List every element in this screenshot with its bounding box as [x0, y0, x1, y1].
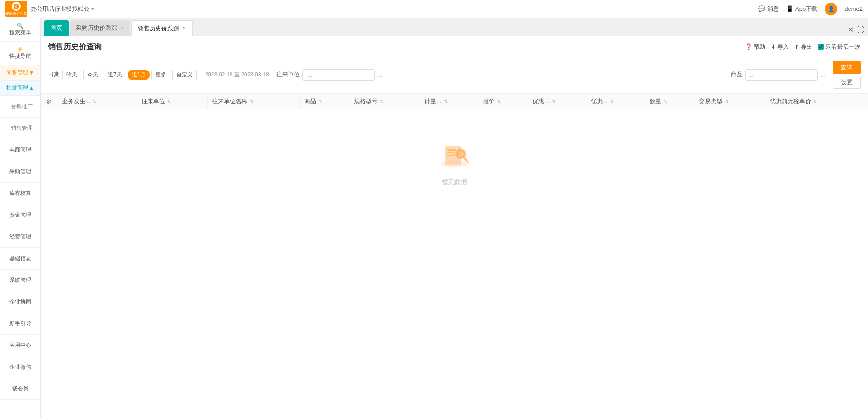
page-header: 销售历史价查询 ❓ 帮助 ⬇ 导入 ⬆ 导出 — [41, 36, 868, 56]
only-last-checkbox[interactable] — [818, 44, 824, 50]
page-content: 销售历史价查询 ❓ 帮助 ⬇ 导入 ⬆ 导出 — [41, 36, 868, 418]
user-avatar[interactable]: 👤 — [825, 3, 837, 15]
operations-label: 经营管理 — [9, 233, 31, 241]
date-btn-more[interactable]: 更多 — [151, 70, 170, 80]
col-biz-date[interactable]: 业务发生... ⇅ — [57, 94, 137, 109]
sidebar-item-collab[interactable]: 企业协同 — [0, 291, 40, 313]
wechat-label: 企业微信 — [9, 363, 31, 371]
col-goods[interactable]: 商品 ⇅ — [300, 94, 349, 109]
settings-button[interactable]: 设置 — [833, 76, 861, 89]
data-table: ⚙ 业务发生... ⇅ 往来单位 ⇅ 往来单位名称 ⇅ 商品 ⇅ 规格型号 ⇅ … — [41, 94, 868, 109]
help-action[interactable]: ❓ 帮助 — [745, 43, 765, 51]
date-btn-custom[interactable]: 自定义 — [172, 70, 197, 80]
sidebar-item-system[interactable]: 系统管理 — [0, 270, 40, 291]
sales-label: 销售管理 — [11, 124, 33, 132]
col-partner-name[interactable]: 往来单位名称 ⇅ — [208, 94, 300, 109]
export-action[interactable]: ⬆ 导出 — [794, 43, 812, 51]
sidebar-item-basicinfo[interactable]: 基础信息 — [0, 248, 40, 270]
sidebar-item-wechat[interactable]: 企业微信 — [0, 356, 40, 378]
source-unit-input[interactable] — [302, 69, 375, 81]
content-area: 首页 采购历史价跟踪 × 销售历史价跟踪 × ✕ ⛶ 销售历史价查询 — [41, 18, 868, 418]
sidebar-item-finance[interactable]: 资金管理 — [0, 204, 40, 226]
purchase-tab-close[interactable]: × — [121, 25, 124, 31]
export-label: 导出 — [801, 43, 812, 51]
filter-input-group: 往来单位 ... 商品 ... — [276, 69, 826, 81]
svg-text:6: 6 — [15, 5, 18, 9]
tab-sales-price[interactable]: 销售历史价跟踪 × — [131, 20, 193, 36]
search-button[interactable]: 查询 — [833, 61, 861, 74]
sidebar-item-inventory[interactable]: 库存核算 — [0, 183, 40, 204]
tab-home[interactable]: 首页 — [44, 20, 69, 36]
svg-rect-4 — [447, 149, 456, 151]
user-name[interactable]: demo2 — [844, 5, 863, 12]
retail-arrow: ▼ — [29, 70, 34, 76]
table-header-row: ⚙ 业务发生... ⇅ 往来单位 ⇅ 往来单位名称 ⇅ 商品 ⇅ 规格型号 ⇅ … — [41, 94, 868, 109]
message-label: 消息 — [767, 5, 779, 13]
col-spec[interactable]: 规格型号 ⇅ — [349, 94, 420, 109]
sidebar-item-search[interactable]: 🔍 搜索菜单 — [0, 18, 40, 42]
sales-tab-label: 销售历史价跟踪 — [138, 24, 179, 33]
sidebar: 🔍 搜索菜单 ⚡ 快捷导航 零售管理 ▼ 批发管理 ▲ 营销推广 销售管理 电商… — [0, 18, 41, 418]
col-partner[interactable]: 往来单位 ⇅ — [137, 94, 208, 109]
app-download-action[interactable]: 📱 App下载 — [786, 5, 817, 13]
sidebar-search-label: 搜索菜单 — [9, 29, 31, 37]
wholesale-label: 批发管理 — [6, 84, 28, 92]
sidebar-item-appcenter[interactable]: 应用中心 — [0, 335, 40, 356]
account-name: 办公用品行业模拟账套 — [31, 5, 90, 13]
date-buttons: 昨天 今天 近7天 近1月 更多 自定义 — [62, 70, 197, 80]
sidebar-item-sales[interactable]: 销售管理 — [0, 118, 40, 139]
sidebar-item-operations[interactable]: 经营管理 — [0, 226, 40, 248]
account-selector[interactable]: 办公用品行业模拟账套 ▾ — [31, 5, 94, 13]
date-btn-7days[interactable]: 近7天 — [104, 70, 126, 80]
page-header-actions: ❓ 帮助 ⬇ 导入 ⬆ 导出 只看最后一次 — [745, 43, 861, 51]
import-action[interactable]: ⬇ 导入 — [771, 43, 789, 51]
export-icon: ⬆ — [794, 43, 799, 50]
main-layout: 🔍 搜索菜单 ⚡ 快捷导航 零售管理 ▼ 批发管理 ▲ 营销推广 销售管理 电商… — [0, 18, 868, 418]
sidebar-item-marketing[interactable]: 营销推广 — [0, 96, 40, 118]
date-range: 2023-02-18 至 2023-03-18 — [205, 71, 269, 79]
only-last-checkbox-label[interactable]: 只看最后一次 — [818, 43, 861, 51]
svg-line-8 — [464, 158, 468, 162]
inventory-label: 库存核算 — [9, 190, 31, 197]
source-unit-filter: 往来单位 ... — [276, 69, 382, 81]
col-pretax-price[interactable]: 优惠前无税单价 ⇅ — [765, 94, 868, 109]
col-settings[interactable]: ⚙ — [41, 94, 57, 109]
sidebar-item-quicknav[interactable]: ⚡ 快捷导航 — [0, 42, 40, 65]
ecommerce-label: 电商管理 — [9, 146, 31, 154]
col-discount1[interactable]: 优惠... ⇅ — [528, 94, 586, 109]
avatar-icon: 👤 — [828, 6, 835, 12]
sidebar-item-member[interactable]: 畅会员 — [0, 378, 40, 400]
download-icon: 📱 — [786, 5, 793, 12]
date-label: 日期 — [48, 71, 60, 79]
sidebar-item-retail[interactable]: 零售管理 ▼ — [0, 65, 40, 81]
col-qty[interactable]: 数量 ⇅ — [645, 94, 694, 109]
date-btn-yesterday[interactable]: 昨天 — [62, 70, 81, 80]
sidebar-item-wholesale[interactable]: 批发管理 ▲ — [0, 81, 40, 96]
maximize-button[interactable]: ⛶ — [857, 26, 864, 34]
member-label: 畅会员 — [12, 385, 28, 393]
close-all-tabs-button[interactable]: ✕ — [848, 25, 854, 34]
empty-state: 暂无数据 — [41, 109, 868, 214]
col-unit[interactable]: 计量... ⇅ — [420, 94, 478, 109]
sidebar-item-newbie[interactable]: 新手引导 — [0, 313, 40, 335]
source-label: 往来单位 — [276, 71, 300, 79]
message-action[interactable]: 💬 消息 — [758, 5, 779, 13]
newbie-label: 新手引导 — [9, 320, 31, 328]
sidebar-item-ecommerce[interactable]: 电商管理 — [0, 139, 40, 161]
goods-input[interactable] — [745, 69, 818, 81]
sidebar-item-purchase[interactable]: 采购管理 — [0, 161, 40, 183]
tab-purchase-price[interactable]: 采购历史价跟踪 × — [70, 20, 130, 36]
goods-filter: 商品 ... — [731, 69, 826, 81]
col-trade-type[interactable]: 交易类型 ⇅ — [694, 94, 765, 109]
sales-tab-close[interactable]: × — [183, 25, 186, 32]
appcenter-label: 应用中心 — [9, 342, 31, 349]
date-btn-today[interactable]: 今天 — [83, 70, 102, 80]
col-discount2[interactable]: 优惠... ⇅ — [586, 94, 645, 109]
empty-text: 暂无数据 — [442, 178, 467, 186]
col-price[interactable]: 报价 ⇅ — [478, 94, 528, 109]
quicknav-icon: ⚡ — [17, 46, 24, 52]
sidebar-quicknav-label: 快捷导航 — [9, 52, 31, 60]
date-btn-1month[interactable]: 近1月 — [128, 70, 150, 80]
empty-icon — [436, 137, 472, 173]
search-icon: 🔍 — [17, 23, 24, 29]
